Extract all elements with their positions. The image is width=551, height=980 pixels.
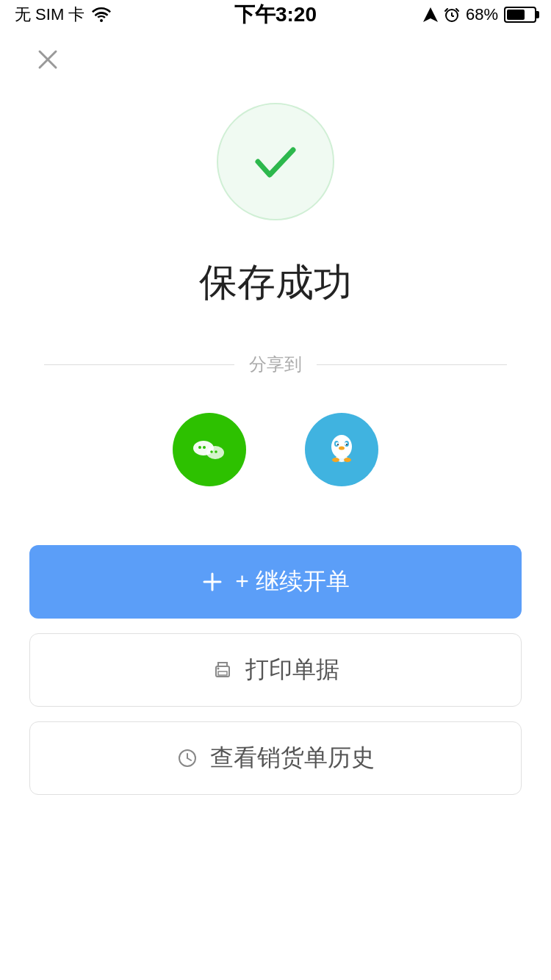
status-bar: 无 SIM 卡 下午3:20 68%	[0, 0, 551, 29]
svg-point-10	[215, 450, 217, 453]
share-icons-row	[173, 413, 378, 486]
print-icon	[212, 659, 234, 681]
svg-point-8	[203, 446, 206, 449]
share-divider: 分享到	[0, 353, 551, 376]
main-content: 保存成功 分享到	[0, 29, 551, 795]
wifi-icon	[92, 7, 111, 22]
status-left: 无 SIM 卡	[15, 4, 111, 26]
success-icon-circle	[217, 103, 334, 220]
wechat-share-button[interactable]	[173, 413, 246, 486]
svg-point-21	[344, 458, 351, 462]
continue-order-label: + 继续开单	[235, 566, 350, 598]
svg-point-9	[210, 450, 213, 453]
checkmark-icon	[246, 132, 305, 191]
status-right: 68%	[423, 5, 536, 24]
svg-point-17	[346, 444, 347, 445]
svg-point-16	[337, 444, 339, 445]
svg-point-26	[217, 668, 220, 670]
close-button[interactable]	[29, 41, 66, 78]
svg-point-7	[198, 446, 201, 449]
wechat-icon	[187, 428, 231, 472]
alarm-icon	[444, 7, 460, 23]
plus-icon	[201, 571, 223, 593]
location-icon	[423, 7, 438, 22]
action-buttons: + 继续开单 打印单据 查看销货单历史	[0, 545, 551, 795]
no-sim-text: 无 SIM 卡	[15, 4, 84, 26]
svg-rect-25	[218, 671, 227, 675]
share-label: 分享到	[234, 353, 317, 376]
battery-icon	[504, 7, 536, 23]
status-time: 下午3:20	[234, 1, 317, 29]
divider-line-left	[44, 364, 234, 365]
success-title: 保存成功	[199, 257, 352, 309]
svg-line-29	[187, 758, 191, 760]
qq-icon	[320, 428, 364, 472]
battery-percent: 68%	[466, 5, 498, 24]
view-history-button[interactable]: 查看销货单历史	[29, 721, 522, 795]
svg-point-18	[339, 447, 345, 450]
continue-order-button[interactable]: + 继续开单	[29, 545, 522, 619]
divider-line-right	[317, 364, 507, 365]
history-label: 查看销货单历史	[210, 742, 375, 774]
qq-share-button[interactable]	[305, 413, 378, 486]
history-icon	[176, 747, 198, 769]
print-button[interactable]: 打印单据	[29, 633, 522, 707]
print-label: 打印单据	[245, 654, 339, 686]
svg-point-20	[332, 458, 339, 462]
